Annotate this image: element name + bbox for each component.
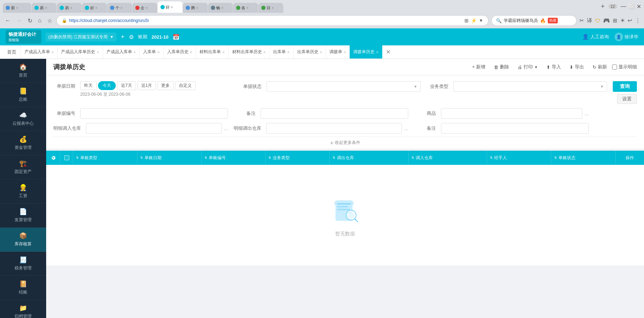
delete-button[interactable]: 🗑 删除 [490,62,513,72]
export-button[interactable]: ⬇ 导出 [566,62,588,72]
tab-grid-icon[interactable]: ⊞ [464,18,469,23]
tab-3-close[interactable]: × [133,50,136,54]
close-all-tabs-icon[interactable]: ✕ [384,49,393,55]
bookmark-button[interactable]: ☆ [46,16,54,26]
undo-icon[interactable]: ↩ [628,17,632,24]
detail-in-more-icon[interactable]: ... [224,125,228,131]
tab-10[interactable]: 调拨单 × [326,45,350,59]
sidebar-item-fixed-assets[interactable]: 🏗️ 固定资产 [0,155,46,179]
goods-more-icon[interactable]: ... [584,111,589,116]
grid-icon[interactable]: ⊞ [613,17,617,24]
gamepad-icon[interactable]: 🎮 [603,17,610,24]
company-selector[interactable]: (勿删勿禁用) 江西服宝测试专用 ▼ [45,33,116,41]
browser-tab-11[interactable]: 目 × [258,3,283,13]
address-dropdown-icon[interactable]: ▼ [479,18,483,23]
tab-11-active[interactable]: 调拨单历史 × [350,45,382,59]
close-icon[interactable]: ✕ [637,3,641,10]
tab-7-close[interactable]: × [263,50,266,54]
browser-tab-10[interactable]: 各 × [233,3,258,13]
brightness-icon[interactable]: ☀ [620,17,625,24]
tab-4[interactable]: 入库单 × [140,45,163,59]
sidebar-item-salary[interactable]: 👷 工资 [0,179,46,203]
th-out[interactable]: ⇅ 调出仓库 [330,151,409,165]
sidebar-item-inventory[interactable]: 📦 库存核算 [0,228,46,252]
th-status[interactable]: ⇅ 单账状态 [551,151,616,165]
settings-btn[interactable]: 设置 [617,94,637,104]
search-bar[interactable]: 🔍 学霸应聘场驱鸟员 🔥 热搜 [491,15,577,26]
th-handler[interactable]: ⇅ 经手人 [487,151,551,165]
biztype-select[interactable]: ▼ [453,81,607,92]
tab-6-close[interactable]: × [222,50,224,54]
tab-4-close[interactable]: × [157,50,159,54]
query-button[interactable]: 查询 [613,81,637,92]
lightning-icon[interactable]: ⚡ [471,18,477,23]
back-button[interactable]: ← [4,16,12,25]
new-button[interactable]: + 新增 [469,62,489,72]
tab-close[interactable]: × [70,6,72,10]
tab-8-close[interactable]: × [287,50,289,54]
date-btn-more[interactable]: 更多 [157,81,174,90]
settings-icon[interactable]: ⚙ [129,34,134,40]
sidebar-item-close-account[interactable]: 📔 结账 [0,276,46,300]
maximize-icon[interactable]: ⬜ [628,4,634,9]
status-select[interactable]: ▼ [267,81,420,92]
translate-icon[interactable]: 译 [587,17,592,24]
browser-tab-7[interactable]: 好 × [158,1,182,13]
import-button[interactable]: ⬆ 导入 [543,62,564,72]
user-menu[interactable]: 👤 徐泽华 [615,33,638,41]
date-btn-today[interactable]: 今天 [98,81,116,90]
sidebar-item-home[interactable]: 🏠 首页 [0,59,46,83]
th-date[interactable]: ⇅ 单账日期 [137,151,202,165]
tab-2[interactable]: 产成品入库单历史 × [58,45,103,59]
th-type[interactable]: ⇅ 单账类型 [73,151,137,165]
browser-tab-4[interactable]: 好 × [82,3,107,13]
sidebar-item-invoice[interactable]: 📄 发票管理 [0,203,46,228]
minimize-icon[interactable]: — [621,3,626,10]
forward-button[interactable]: → [15,16,23,25]
scissors-icon[interactable]: ✂ [579,17,584,24]
tab-5-close[interactable]: × [190,50,192,54]
sidebar-item-capital[interactable]: 💰 资金管理 [0,131,46,155]
more-icon[interactable]: ⋮ [635,17,640,24]
tab-close[interactable]: × [95,6,97,10]
browser-tab-3[interactable]: 易 × [57,3,82,13]
browser-tab-6[interactable]: 企 × [132,3,157,13]
collapse-bar[interactable]: ∧ 收起更多条件 [53,136,637,149]
tab-close[interactable]: × [16,6,18,10]
tab-close[interactable]: × [221,6,223,10]
print-button[interactable]: 🖨 打印 ▼ [514,62,541,72]
date-btn-custom[interactable]: 自定义 [175,81,196,90]
sidebar-item-cloud-reports[interactable]: ☁️ 云报表中心 [0,107,46,131]
remark-input[interactable] [261,108,408,119]
home-button[interactable]: ⌂ [37,16,43,25]
calendar-icon[interactable]: 📅 [173,34,180,40]
show-more-checkbox[interactable]: 显示明细 [612,64,637,70]
tab-1[interactable]: 产成品入库单 × [21,45,58,59]
tab-6[interactable]: 材料出库单 × [196,45,228,59]
date-btn-7days[interactable]: 近7天 [117,81,136,90]
goods-input[interactable] [441,108,582,119]
browser-tab-2[interactable]: 易 × [32,3,56,13]
tab-9[interactable]: 出库单历史 × [294,45,326,59]
date-btn-yesterday[interactable]: 昨天 [80,81,97,90]
tab-11-close[interactable]: × [376,50,378,54]
address-input[interactable]: 🔒 https://cloud.chanjet.com/accounting/u… [56,15,489,26]
tab-close[interactable]: × [246,6,249,10]
tab-home[interactable]: 首页 [3,45,21,59]
detail-in-input[interactable] [86,123,222,134]
docnum-input[interactable] [80,108,228,119]
tab-5[interactable]: 入库单历史 × [164,45,196,59]
th-checkbox[interactable] [60,151,73,165]
tab-close[interactable]: × [196,6,198,10]
sidebar-item-ledger[interactable]: 📒 总账 [0,83,46,107]
th-into[interactable]: ⇅ 调入仓库 [409,151,487,165]
tab-add-button[interactable]: + [598,1,608,11]
tab-close[interactable]: × [146,6,148,10]
tab-2-close[interactable]: × [97,50,99,54]
tab-10-close[interactable]: × [344,50,346,54]
refresh-button[interactable]: ↻ 刷新 [589,62,611,72]
detail-out-input[interactable] [266,123,402,134]
sidebar-item-archive[interactable]: 📁 归档管理 [0,300,46,318]
header-checkbox[interactable] [64,155,69,160]
th-biz[interactable]: ⇅ 业务类型 [266,151,330,165]
